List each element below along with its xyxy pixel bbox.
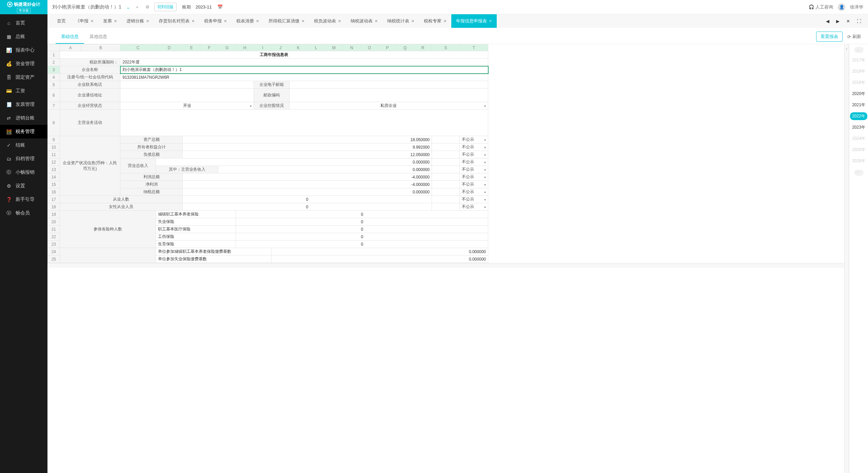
sidebar-item-invoice[interactable]: 🧾发票管理 — [0, 98, 47, 111]
tab-7[interactable]: 所得税汇算清缴✕ — [264, 14, 309, 28]
col-J[interactable]: J — [272, 44, 290, 51]
year-pill-2020年[interactable]: 2020年 — [850, 90, 867, 98]
tab-close-icon[interactable]: ✕ — [192, 19, 195, 23]
sidebar-item-report[interactable]: 📊报表中心 — [0, 43, 47, 57]
sidebar-item-tax[interactable]: 🧮税务管理 — [0, 125, 47, 138]
tab-next-button[interactable]: ▶ — [834, 17, 842, 25]
col-G[interactable]: G — [218, 44, 236, 51]
tab-8[interactable]: 税负波动表✕ — [309, 14, 346, 28]
col-I[interactable]: I — [254, 44, 272, 51]
sidebar-item-close[interactable]: ✓结账 — [0, 138, 47, 152]
spreadsheet[interactable]: ABCDEFGHIJKLMNOPQRST 1工商年报信息表2税款所属期间：202… — [47, 44, 849, 473]
row-10[interactable]: 10 — [48, 144, 60, 151]
sidebar-item-home[interactable]: ⌂首页 — [0, 16, 47, 30]
tab-close-icon[interactable]: ✕ — [301, 19, 304, 23]
row-23[interactable]: 23 — [48, 241, 60, 248]
row-11[interactable]: 11 — [48, 151, 60, 158]
row-2[interactable]: 2 — [48, 59, 60, 66]
row-6[interactable]: 6 — [48, 89, 60, 102]
user-name[interactable]: 徐泽华 — [850, 4, 863, 10]
row-1[interactable]: 1 — [48, 51, 60, 59]
tab-1[interactable]: 《申报✕ — [71, 14, 98, 28]
tab-11[interactable]: 税检专家✕ — [419, 14, 451, 28]
row-22[interactable]: 22 — [48, 233, 60, 241]
sidebar-item-salary[interactable]: 💳工资 — [0, 84, 47, 98]
col-A[interactable]: A — [60, 44, 81, 51]
row-14[interactable]: 14 — [48, 173, 60, 181]
add-account-button[interactable]: ＋ — [134, 3, 141, 11]
settings-icon[interactable]: ⚙ — [144, 4, 151, 10]
col-N[interactable]: N — [343, 44, 361, 51]
sidebar-item-settings[interactable]: ⚙设置 — [0, 179, 47, 193]
consult-button[interactable]: 🎧 人工咨询 — [809, 4, 833, 10]
year-pill-2026年[interactable]: 2026年 — [850, 157, 867, 165]
col-K[interactable]: K — [289, 44, 307, 51]
year-pill-2021年[interactable]: 2021年 — [850, 101, 867, 109]
cell-company-name[interactable]: 刘小艳演示账套（勿删勿动！）1 — [120, 66, 488, 74]
row-25[interactable]: 25 — [48, 256, 60, 263]
sidebar-item-asset[interactable]: 🗄固定资产 — [0, 71, 47, 84]
sidebar-item-xc[interactable]: Ⓒ小畅报销 — [0, 166, 47, 179]
col-M[interactable]: M — [325, 44, 343, 51]
row-17[interactable]: 17 — [48, 196, 60, 203]
tab-close-icon[interactable]: ✕ — [91, 19, 94, 23]
switch-old-version-button[interactable]: 切到旧版 — [154, 3, 177, 11]
row-15[interactable]: 15 — [48, 181, 60, 188]
sidebar-item-funds[interactable]: 💰资金管理 — [0, 57, 47, 71]
subtab-1[interactable]: 其他信息 — [84, 30, 113, 44]
refresh-button[interactable]: ⟳ 刷新 — [847, 34, 861, 40]
tab-10[interactable]: 纳税统计表✕ — [382, 14, 419, 28]
col-H[interactable]: H — [236, 44, 254, 51]
row-19[interactable]: 19 — [48, 211, 60, 218]
tab-2[interactable]: 发票✕ — [98, 14, 122, 28]
tab-close-icon[interactable]: ✕ — [114, 19, 117, 23]
row-4[interactable]: 4 — [48, 74, 60, 81]
year-pill-2019年[interactable]: 2019年 — [850, 79, 867, 87]
sidebar-item-archive[interactable]: 🗂归档管理 — [0, 152, 47, 166]
row-7[interactable]: 7 — [48, 102, 60, 110]
tab-close-icon[interactable]: ✕ — [224, 19, 227, 23]
tab-close-icon[interactable]: ✕ — [338, 19, 341, 23]
subtab-0[interactable]: 基础信息 — [56, 30, 84, 44]
sidebar-item-vip[interactable]: Ⓥ畅会员 — [0, 206, 47, 220]
year-down-button[interactable]: ﹀ — [854, 170, 864, 176]
sidebar-item-inout[interactable]: ⇄进销台账 — [0, 111, 47, 125]
col-D[interactable]: D — [156, 44, 183, 51]
calendar-icon[interactable]: 📅 — [217, 4, 223, 10]
row-8[interactable]: 8 — [48, 110, 60, 136]
tab-4[interactable]: 存货别名对照表✕ — [154, 14, 199, 28]
row-21[interactable]: 21 — [48, 226, 60, 233]
tab-close-icon[interactable]: ✕ — [375, 19, 378, 23]
tab-12[interactable]: 年报信息申报表✕ — [451, 14, 497, 28]
year-pill-2023年[interactable]: 2023年 — [850, 124, 867, 131]
col-S[interactable]: S — [432, 44, 459, 51]
col-T[interactable]: T — [459, 44, 488, 51]
year-pill-2018年[interactable]: 2018年 — [850, 68, 867, 75]
sidebar-item-ledger[interactable]: ▦总账 — [0, 30, 47, 43]
collapse-rail-button[interactable]: ‹ — [844, 44, 849, 473]
tab-prev-button[interactable]: ◀ — [824, 17, 831, 25]
col-O[interactable]: O — [360, 44, 378, 51]
tab-close-icon[interactable]: ✕ — [411, 19, 414, 23]
avatar[interactable]: 👤 — [838, 3, 845, 11]
tab-close-all-button[interactable]: ✕ — [844, 17, 852, 25]
row-16[interactable]: 16 — [48, 188, 60, 196]
col-B[interactable]: B — [81, 44, 120, 51]
fullscreen-button[interactable]: ⛶ — [855, 17, 863, 25]
tab-0[interactable]: 首页 — [52, 14, 71, 28]
col-Q[interactable]: Q — [396, 44, 414, 51]
year-pill-2017年[interactable]: 2017年 — [850, 56, 867, 64]
col-L[interactable]: L — [307, 44, 325, 51]
tab-close-icon[interactable]: ✕ — [256, 19, 259, 23]
tab-close-icon[interactable]: ✕ — [146, 19, 149, 23]
grid-corner[interactable] — [48, 44, 60, 51]
sidebar-item-guide[interactable]: ❓新手引导 — [0, 193, 47, 206]
year-pill-2024年[interactable]: 2024年 — [850, 135, 867, 143]
account-select[interactable]: 刘小艳演示账套（勿删勿动！）1 ⌄ — [52, 4, 130, 10]
tab-close-icon[interactable]: ✕ — [489, 19, 492, 23]
year-up-button[interactable]: ︿ — [854, 47, 864, 53]
row-3[interactable]: 3 — [48, 66, 60, 74]
tab-6[interactable]: 税表清册✕ — [232, 14, 264, 28]
row-13[interactable]: 13 — [48, 166, 60, 173]
tab-3[interactable]: 进销台账✕ — [122, 14, 154, 28]
